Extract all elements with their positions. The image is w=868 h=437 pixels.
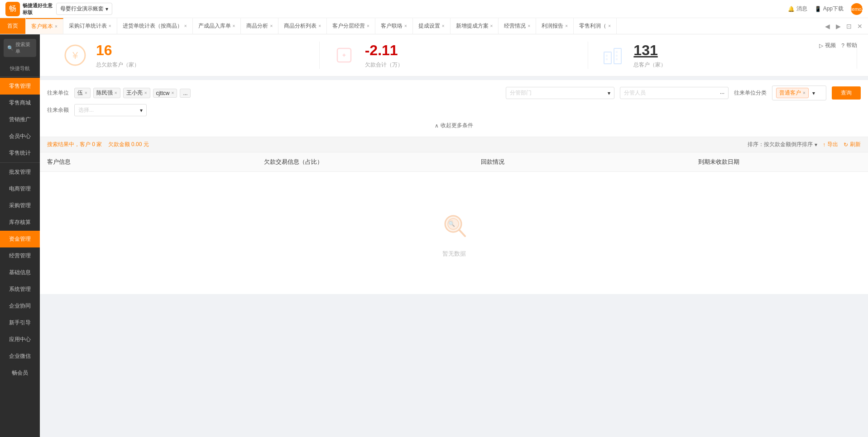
close-icon[interactable]: ×	[490, 24, 493, 28]
tab-product-analysis-list[interactable]: 商品分析列表 ×	[278, 18, 327, 34]
unit-class-tag[interactable]: 普通客户 ×	[776, 88, 809, 98]
filter-tag-more[interactable]: ...	[180, 89, 191, 98]
empty-text: 暂无数据	[442, 250, 466, 258]
close-icon[interactable]: ×	[184, 24, 187, 28]
tag-close-icon[interactable]: ×	[144, 90, 147, 95]
balance-selector[interactable]: 选择... ▾	[74, 104, 147, 116]
close-icon[interactable]: ×	[270, 24, 273, 28]
nav-close-all-btn[interactable]: ✕	[855, 22, 864, 31]
data-table: 客户信息 欠款交易信息（占比） 回款情况 到期未收款日期 🔍 暂无数据	[40, 152, 868, 294]
sidebar-item-retail-mall[interactable]: 零售商城	[0, 95, 40, 111]
svg-rect-7	[606, 58, 608, 60]
tab-customer-ledger[interactable]: 客户账本 ×	[26, 18, 63, 34]
svg-rect-8	[616, 51, 618, 53]
unit-class-label: 往来单位分类	[734, 89, 767, 97]
sidebar-item-inventory[interactable]: 库存核算	[0, 214, 40, 231]
sidebar-item-app-center[interactable]: 应用中心	[0, 331, 40, 348]
sidebar-item-retail-stats[interactable]: 零售统计	[0, 145, 40, 162]
filter-tag-wu[interactable]: 伍 ×	[74, 88, 91, 98]
tab-business-status[interactable]: 经营情况 ×	[499, 18, 536, 34]
tab-purchase-stats-by-product[interactable]: 进货单统计表（按商品） ×	[117, 18, 193, 34]
tag-close-icon[interactable]: ×	[85, 90, 87, 95]
store-selector[interactable]: 母婴行业演示账套 ▾	[56, 3, 112, 15]
video-btn[interactable]: ▷ 视频	[819, 42, 836, 49]
sidebar-item-system[interactable]: 系统管理	[0, 281, 40, 298]
sidebar-item-operations[interactable]: 经营管理	[0, 247, 40, 264]
close-icon[interactable]: ×	[318, 24, 321, 28]
sidebar-item-new-user[interactable]: 新手引导	[0, 314, 40, 331]
chevron-down-icon: ▾	[608, 90, 610, 96]
tag-close-icon[interactable]: ×	[115, 90, 117, 95]
result-info: 搜索结果中，客户 0 家 欠款金额 0.00 元	[47, 141, 149, 148]
app-download-btn[interactable]: 📱 App下载	[815, 5, 844, 13]
tag-close-icon[interactable]: ×	[172, 90, 174, 95]
unit-class-selector[interactable]: 普通客户 × ▾	[772, 86, 826, 100]
tab-home[interactable]: 首页	[0, 18, 26, 34]
result-bar: 搜索结果中，客户 0 家 欠款金额 0.00 元 排序：按欠款金额倒序排序 ▾ …	[40, 137, 868, 152]
tab-commission-settings[interactable]: 提成设置 ×	[413, 18, 451, 34]
col-debt-info: 欠款交易信息（占比）	[264, 158, 481, 166]
close-icon[interactable]: ×	[608, 24, 611, 28]
close-icon[interactable]: ×	[528, 24, 530, 28]
svg-text:¥: ¥	[72, 50, 78, 61]
refresh-icon: ↻	[844, 142, 848, 148]
close-icon[interactable]: ×	[565, 24, 568, 28]
sidebar-item-marketing[interactable]: 营销推广	[0, 111, 40, 128]
tab-new-commission[interactable]: 新增提成方案 ×	[451, 18, 499, 34]
sidebar-item-ecommerce[interactable]: 电商管理	[0, 180, 40, 197]
chevron-down-icon: ▾	[140, 107, 143, 114]
sidebar-item-basic-info[interactable]: 基础信息	[0, 264, 40, 281]
search-menu-btn[interactable]: 🔍 搜索菜单	[4, 39, 36, 57]
quick-nav-btn[interactable]: 快捷导航	[0, 62, 40, 76]
refresh-btn[interactable]: ↻ 刷新	[844, 141, 861, 148]
sidebar-item-enterprise-collab[interactable]: 企业协同	[0, 298, 40, 314]
sidebar-item-member-center[interactable]: 会员中心	[0, 128, 40, 145]
collapse-btn[interactable]: ∧ 收起更多条件	[47, 120, 861, 131]
nav-window-btn[interactable]: ⊡	[844, 22, 854, 31]
tab-retail-profit[interactable]: 零售利润（ ×	[574, 18, 617, 34]
nav-prev-btn[interactable]: ◀	[823, 22, 832, 31]
sidebar-item-enterprise-wechat[interactable]: 企业微信	[0, 348, 40, 365]
tab-product-analysis[interactable]: 商品分析 ×	[241, 18, 278, 34]
export-btn[interactable]: ↑ 导出	[823, 141, 838, 148]
filter-tag-cjttcw[interactable]: cjttcw ×	[153, 89, 177, 98]
close-icon[interactable]: ×	[55, 24, 58, 29]
tab-customer-contact[interactable]: 客户联络 ×	[375, 18, 413, 34]
dept-selector[interactable]: 分管部门 ▾	[506, 87, 614, 99]
bell-icon: 🔔	[788, 6, 795, 12]
logo-text: 畅捷通好生意 标版	[23, 2, 53, 15]
tab-customer-layered[interactable]: 客户分层经营 ×	[327, 18, 375, 34]
svg-rect-10	[616, 58, 618, 60]
unit-class-close-icon[interactable]: ×	[803, 90, 806, 95]
stats-actions: ▷ 视频 ? 帮助	[819, 42, 857, 49]
stat-icon-money: ¥	[62, 42, 89, 69]
result-actions: 排序：按欠款金额倒序排序 ▾ ↑ 导出 ↻ 刷新	[748, 141, 861, 148]
filter-tag-wang[interactable]: 王小亮 ×	[123, 88, 150, 98]
sidebar-item-member[interactable]: 畅会员	[0, 365, 40, 381]
sidebar-item-purchase[interactable]: 采购管理	[0, 197, 40, 214]
sidebar-item-finance[interactable]: 资金管理	[0, 231, 40, 247]
logo-area: 畅 畅捷通好生意 标版	[5, 2, 53, 16]
sort-selector[interactable]: 排序：按欠款金额倒序排序 ▾	[748, 141, 817, 148]
person-selector[interactable]: 分管人员 ···	[620, 87, 729, 99]
col-overdue-date: 到期未收款日期	[698, 158, 861, 166]
sidebar-item-retail-management[interactable]: 零售管理	[0, 78, 40, 95]
message-btn[interactable]: 🔔 消息	[788, 5, 807, 13]
close-icon[interactable]: ×	[404, 24, 407, 28]
filter-tag-chen[interactable]: 陈民强 ×	[93, 88, 120, 98]
sidebar-item-wholesale[interactable]: 批发管理	[0, 164, 40, 180]
nav-next-btn[interactable]: ▶	[834, 22, 843, 31]
help-btn[interactable]: ? 帮助	[841, 42, 857, 49]
tab-purchase-order-stats[interactable]: 采购订单统计表 ×	[63, 18, 117, 34]
close-icon[interactable]: ×	[233, 24, 235, 28]
close-icon[interactable]: ×	[109, 24, 111, 28]
tab-profit-report[interactable]: 利润报告 ×	[536, 18, 574, 34]
close-icon[interactable]: ×	[367, 24, 369, 28]
close-icon[interactable]: ×	[442, 24, 445, 28]
avatar[interactable]: demo2	[851, 3, 863, 15]
svg-rect-4	[604, 52, 611, 64]
query-btn[interactable]: 查询	[832, 86, 861, 100]
export-icon: ↑	[823, 142, 825, 148]
tab-finished-goods[interactable]: 产成品入库单 ×	[193, 18, 241, 34]
main-layout: 🔍 搜索菜单 快捷导航 零售管理 零售商城 营销推广 会员中心 零售统计 批发管…	[0, 34, 868, 437]
